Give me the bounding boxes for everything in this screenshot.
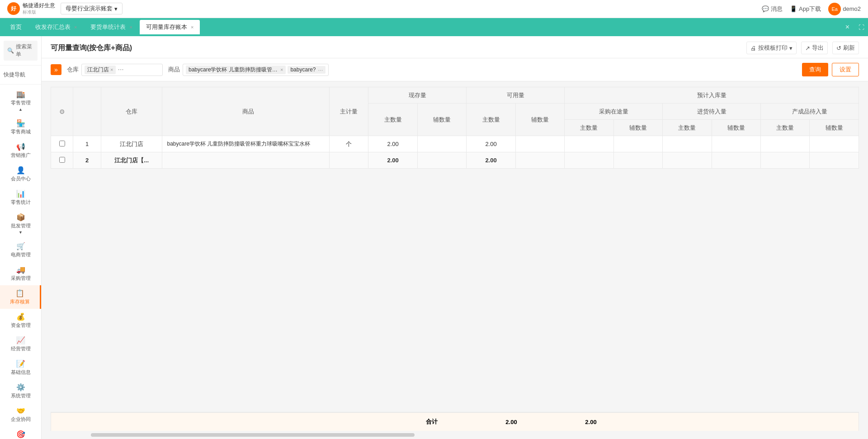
sidebar-item-ops-mgmt[interactable]: 📈 经营管理 <box>0 332 41 356</box>
close-icon[interactable]: × <box>74 24 77 30</box>
tag-remove-icon[interactable]: × <box>280 67 283 72</box>
sidebar-item-zero-sales-mall[interactable]: 🏪 零售商城 <box>0 115 41 139</box>
user-btn[interactable]: Ea demo2 <box>828 3 861 15</box>
sidebar-item-wholesale-mgmt[interactable]: 📦 批发管理 ▼ <box>0 209 41 238</box>
top-bar-right: 💬 消息 📱 App下载 Ea demo2 <box>762 3 861 15</box>
mall-icon: 🏪 <box>16 119 25 127</box>
logo-icon: 好 <box>7 2 20 15</box>
footer-total-stock: 2.00 <box>491 419 531 425</box>
product-tag-1: babycare学饮杯 儿童防摔防撞吸管杯重力球吸嘴杯宝宝水杯 × <box>186 66 286 74</box>
nav-tabs: 首页 收发存汇总表 × 要货单统计表 × 可用量库存账本 × × ⛶ <box>0 18 868 36</box>
tag-remove-icon[interactable]: × <box>110 67 113 72</box>
data-table: ⚙ 仓库 商品 主计量 现存量 可用量 预计入库量 主数量 辅数量 主数量 <box>51 87 859 169</box>
tab-home[interactable]: 首页 <box>4 20 28 34</box>
row-purchase-aux <box>613 152 662 169</box>
export-btn[interactable]: ↗ 导出 <box>801 42 828 54</box>
scroll-bar-thumb[interactable] <box>91 433 414 437</box>
row-unit: 个 <box>330 136 368 152</box>
filter-actions: 查询 设置 <box>802 63 859 76</box>
system-icon: ⚙️ <box>16 383 25 392</box>
sidebar: 🔍 搜索菜单 快捷导航 🏬 零售管理 ▲ 🏪 零售商城 📢 营销推广 <box>0 36 42 439</box>
scroll-bar-area[interactable] <box>51 433 859 437</box>
sidebar-item-member-center[interactable]: 👤 会员中心 <box>0 162 41 186</box>
app-download-btn[interactable]: 📱 App下载 <box>790 5 821 13</box>
filter-expand-btn[interactable]: » <box>51 64 61 75</box>
th-purchase-main: 主数量 <box>565 120 613 136</box>
table-footer: 合计 2.00 2.00 <box>51 412 859 431</box>
row-production-aux <box>810 136 859 152</box>
row-checkbox[interactable] <box>59 141 65 146</box>
refresh-icon: ↺ <box>836 45 841 52</box>
inventory-icon: 📋 <box>15 289 24 297</box>
settings-gear-icon: ⚙ <box>59 108 65 115</box>
product-tag-2: babycare? ··· <box>288 66 326 74</box>
logo-text-block: 畅捷通好生意 标准版 <box>23 2 55 15</box>
sidebar-item-zero-sales-stat[interactable]: 📊 零售统计 <box>0 186 41 209</box>
print-icon: 🖨 <box>750 45 756 52</box>
th-product: 商品 <box>162 87 330 136</box>
export-icon: ↗ <box>805 45 810 52</box>
expand-icon[interactable]: ⛶ <box>855 24 868 31</box>
filter-more-icon[interactable]: ··· <box>118 66 123 74</box>
sidebar-item-system-mgmt[interactable]: ⚙️ 系统管理 <box>0 379 41 403</box>
avatar: Ea <box>828 3 841 15</box>
sidebar-item-finance-mgmt[interactable]: 💰 资金管理 <box>0 309 41 332</box>
main-layout: 🔍 搜索菜单 快捷导航 🏬 零售管理 ▲ 🏪 零售商城 📢 营销推广 <box>0 36 868 439</box>
row-checkbox-cell[interactable] <box>51 136 73 152</box>
row-checkbox[interactable] <box>59 157 65 163</box>
industry-selector[interactable]: 母婴行业演示账套 ▾ <box>61 3 123 14</box>
chevron-down-icon: ▾ <box>114 5 118 12</box>
page-header-actions: 🖨 按模板打印 ▾ ↗ 导出 ↺ 刷新 <box>746 42 859 54</box>
product-input[interactable]: babycare学饮杯 儿童防摔防撞吸管杯重力球吸嘴杯宝宝水杯 × babyca… <box>183 64 329 76</box>
tab-available-inventory[interactable]: 可用量库存账本 × <box>140 20 200 34</box>
query-btn[interactable]: 查询 <box>802 63 828 76</box>
sidebar-item-purchase-mgmt[interactable]: 🚚 采购管理 <box>0 262 41 285</box>
search-menu-btn[interactable]: 🔍 搜索菜单 <box>4 41 38 61</box>
sidebar-item-inventory-check[interactable]: 📋 库存核算 <box>0 285 41 309</box>
row-stock-aux <box>417 152 466 169</box>
row-checkbox-cell[interactable] <box>51 152 73 169</box>
page-header: 可用量查询(按仓库+商品) 🖨 按模板打印 ▾ ↗ 导出 ↺ 刷新 <box>42 36 868 58</box>
sidebar-item-basic-info[interactable]: 📝 基础信息 <box>0 356 41 379</box>
row-avail-main: 2.00 <box>467 152 515 169</box>
sidebar-menu: 🏬 零售管理 ▲ 🏪 零售商城 📢 营销推广 👤 会员中心 📊 零售统计 <box>0 85 41 439</box>
th-production-waiting: 产成品待入量 <box>760 104 859 120</box>
setting-btn[interactable]: 设置 <box>832 63 859 76</box>
th-expected-in: 预计入库量 <box>565 87 859 104</box>
close-icon[interactable]: × <box>129 24 132 30</box>
row-avail-main: 2.00 <box>467 136 515 152</box>
tab-receive-summary[interactable]: 收发存汇总表 × <box>29 20 83 34</box>
row-arrival-main <box>663 152 712 169</box>
sidebar-item-marketing-promo[interactable]: 📢 营销推广 <box>0 139 41 162</box>
table-row: 1 江北门店 babycare学饮杯 儿童防摔防撞吸管杯重力球吸嘴杯宝宝水杯 个… <box>51 136 859 152</box>
table-container: ⚙ 仓库 商品 主计量 现存量 可用量 预计入库量 主数量 辅数量 主数量 <box>42 81 868 412</box>
row-product <box>162 152 330 169</box>
th-arrival-aux: 辅数量 <box>712 120 760 136</box>
row-purchase-main <box>565 152 613 169</box>
footer-label: 合计 <box>412 418 452 426</box>
sidebar-item-quick-nav[interactable]: 快捷导航 <box>0 68 41 81</box>
th-avail-main: 主数量 <box>467 104 515 136</box>
warehouse-input[interactable]: 江北门店 × ··· <box>81 64 163 76</box>
th-current-stock: 现存量 <box>368 87 467 104</box>
logo-area: 好 畅捷通好生意 标准版 <box>7 2 55 15</box>
tab-order-stats[interactable]: 要货单统计表 × <box>84 20 138 34</box>
th-waiting-arrival: 进货待入量 <box>663 104 761 120</box>
sidebar-item-zero-sales-mgmt[interactable]: 🏬 零售管理 ▲ <box>0 86 41 115</box>
th-settings[interactable]: ⚙ <box>51 87 73 136</box>
sidebar-item-enterprise-coop[interactable]: 🤝 企业协同 <box>0 403 41 426</box>
close-icon[interactable]: × <box>191 24 193 30</box>
search-icon: 🔍 <box>7 47 14 54</box>
row-arrival-main <box>663 136 712 152</box>
store-icon: 🏬 <box>16 90 25 99</box>
filter-more-icon2[interactable]: ··· <box>318 66 323 73</box>
row-warehouse: 江北门店【... <box>101 152 162 169</box>
sidebar-quick-nav: 快捷导航 <box>0 66 41 85</box>
sidebar-item-new-guide[interactable]: 🎯 新手引导 <box>0 426 41 439</box>
close-all-tabs-btn[interactable]: × <box>841 23 854 31</box>
purchase-icon: 🚚 <box>16 265 25 274</box>
refresh-btn[interactable]: ↺ 刷新 <box>832 42 859 54</box>
sidebar-item-ecom-mgmt[interactable]: 🛒 电商管理 <box>0 238 41 262</box>
message-btn[interactable]: 💬 消息 <box>762 5 783 13</box>
print-by-template-btn[interactable]: 🖨 按模板打印 ▾ <box>746 42 797 54</box>
